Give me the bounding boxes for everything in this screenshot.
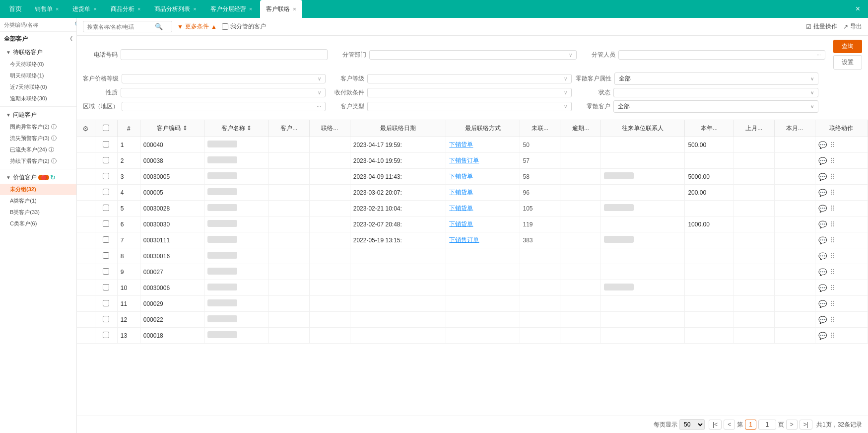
search-input[interactable]	[87, 24, 152, 30]
th-last-type[interactable]: 最后联络方式	[446, 120, 520, 137]
last-type-link[interactable]: 下销货单	[449, 141, 473, 148]
select-all-checkbox[interactable]	[103, 125, 109, 131]
more-action-icon[interactable]: ⠿	[830, 300, 835, 308]
more-filters-button[interactable]: ▼ 更多条件 ▲	[177, 22, 217, 31]
sidebar-item-overdue[interactable]: 逾期未联络(30)	[0, 93, 76, 104]
phone-action-icon[interactable]: 💬	[818, 236, 827, 244]
nav-tab-purchase[interactable]: 进货单 ×	[67, 0, 102, 18]
th-code[interactable]: 客户编码 ⇕	[140, 120, 204, 137]
sidebar-item-class-a[interactable]: A类客户(1)	[0, 195, 76, 207]
nav-home[interactable]: 首页	[4, 4, 27, 13]
page-first-button[interactable]: |<	[709, 420, 722, 430]
row-checkbox[interactable]	[103, 300, 109, 306]
window-close-button[interactable]: ×	[852, 4, 864, 13]
phone-action-icon[interactable]: 💬	[818, 205, 827, 213]
th-last-date[interactable]: 最后联络日期	[350, 120, 446, 137]
th-contact[interactable]: 联络...	[309, 120, 350, 137]
phone-action-icon[interactable]: 💬	[818, 173, 827, 181]
more-action-icon[interactable]: ⠿	[830, 205, 835, 213]
phone-action-icon[interactable]: 💬	[818, 252, 827, 260]
phone-input[interactable]	[121, 49, 328, 60]
th-type[interactable]: 客户...	[268, 120, 309, 137]
nav-tab-product-list[interactable]: 商品分析列表 ×	[148, 0, 202, 18]
batch-op-button[interactable]: ☑ 批量操作	[806, 22, 837, 31]
th-last-month[interactable]: 上月...	[734, 120, 774, 137]
last-type-link[interactable]: 下销货单	[449, 189, 473, 196]
phone-action-icon[interactable]: 💬	[818, 316, 827, 324]
sidebar-item-ungraded[interactable]: 未分组(32)	[0, 184, 76, 195]
sidebar-item-7days[interactable]: 近7天待联络(0)	[0, 81, 76, 93]
page-prev-button[interactable]: <	[724, 420, 735, 430]
more-action-icon[interactable]: ⠿	[830, 141, 835, 149]
phone-action-icon[interactable]: 💬	[818, 220, 827, 228]
row-checkbox[interactable]	[103, 157, 109, 163]
last-type-link[interactable]: 下销售订单	[449, 236, 479, 243]
th-contact-person[interactable]: 往来单位联系人	[601, 120, 685, 137]
page-jump-input[interactable]	[758, 420, 776, 430]
th-this-year[interactable]: 本年...	[685, 120, 734, 137]
my-customers-check[interactable]	[222, 23, 228, 30]
sidebar-item-today[interactable]: 今天待联络(0)	[0, 59, 76, 70]
phone-action-icon[interactable]: 💬	[818, 141, 827, 149]
close-icon[interactable]: ×	[249, 6, 252, 12]
close-icon[interactable]: ×	[193, 6, 196, 12]
more-action-icon[interactable]: ⠿	[830, 236, 835, 244]
page-last-button[interactable]: >|	[800, 420, 812, 430]
th-name[interactable]: 客户名称 ⇕	[204, 120, 269, 137]
page-size-select[interactable]: 50 100 200	[679, 419, 705, 430]
th-not-contact[interactable]: 未联...	[520, 120, 560, 137]
sidebar-group-pending[interactable]: ▼ 待联络客户	[0, 46, 76, 59]
row-checkbox[interactable]	[103, 189, 109, 195]
more-action-icon[interactable]: ⠿	[830, 252, 835, 260]
sidebar-item-declining[interactable]: 持续下滑客户(2) ⓘ	[0, 155, 76, 167]
phone-action-icon[interactable]: 💬	[818, 300, 827, 308]
row-checkbox[interactable]	[103, 284, 109, 290]
th-overdue[interactable]: 逾期...	[560, 120, 601, 137]
sidebar-item-tomorrow[interactable]: 明天待联络(1)	[0, 70, 76, 81]
phone-action-icon[interactable]: 💬	[818, 284, 827, 292]
search-icon[interactable]: 🔍	[155, 23, 163, 30]
row-checkbox[interactable]	[103, 268, 109, 275]
row-checkbox[interactable]	[103, 220, 109, 227]
sidebar-item-class-c[interactable]: C类客户(6)	[0, 218, 76, 229]
close-icon[interactable]: ×	[137, 6, 140, 12]
region-select[interactable]: ···	[122, 102, 326, 111]
sidebar-search-input[interactable]	[4, 22, 72, 28]
manager-select[interactable]: ···	[618, 50, 825, 60]
refresh-icon[interactable]: ↻	[50, 174, 56, 181]
reset-button[interactable]: 设置	[833, 55, 862, 70]
more-action-icon[interactable]: ⠿	[830, 173, 835, 181]
retail-select[interactable]: 全部∨	[613, 100, 818, 113]
sidebar-item-churn-warning[interactable]: 流失预警客户(3) ⓘ	[0, 133, 76, 144]
retail-attr-select[interactable]: 全部∨	[614, 72, 818, 85]
payment-select[interactable]: ∨	[367, 88, 572, 97]
row-checkbox[interactable]	[103, 332, 109, 338]
sidebar-item-churned[interactable]: 已流失客户(24) ⓘ	[0, 144, 76, 155]
last-type-link[interactable]: 下销货单	[449, 220, 473, 227]
more-action-icon[interactable]: ⠿	[830, 332, 835, 340]
more-action-icon[interactable]: ⠿	[830, 284, 835, 292]
page-next-button[interactable]: >	[786, 420, 798, 430]
nav-tab-sales[interactable]: 销售单 ×	[29, 0, 65, 18]
cust-type-select[interactable]: ∨	[367, 102, 572, 111]
gear-icon[interactable]: ⚙	[82, 125, 89, 133]
query-button[interactable]: 查询	[833, 40, 862, 53]
last-type-link[interactable]: 下销货单	[449, 205, 473, 212]
phone-action-icon[interactable]: 💬	[818, 189, 827, 197]
row-checkbox[interactable]	[103, 236, 109, 243]
close-icon[interactable]: ×	[93, 6, 96, 12]
export-button[interactable]: ↗ 导出	[843, 22, 862, 31]
sidebar-all-customers[interactable]: 全部客户 《	[0, 32, 76, 46]
row-checkbox[interactable]	[103, 141, 109, 147]
dept-select[interactable]: ∨	[369, 50, 576, 60]
nav-tab-customer-tier[interactable]: 客户分层经营 ×	[204, 0, 258, 18]
sidebar-item-abnormal[interactable]: 囤购异常客户(2) ⓘ	[0, 121, 76, 133]
sidebar-item-class-b[interactable]: B类客户(33)	[0, 207, 76, 218]
phone-action-icon[interactable]: 💬	[818, 157, 827, 165]
more-action-icon[interactable]: ⠿	[830, 316, 835, 324]
th-this-month[interactable]: 本月...	[774, 120, 815, 137]
row-checkbox[interactable]	[103, 252, 109, 259]
more-action-icon[interactable]: ⠿	[830, 189, 835, 197]
row-checkbox[interactable]	[103, 316, 109, 322]
nav-tab-product-analysis[interactable]: 商品分析 ×	[105, 0, 146, 18]
